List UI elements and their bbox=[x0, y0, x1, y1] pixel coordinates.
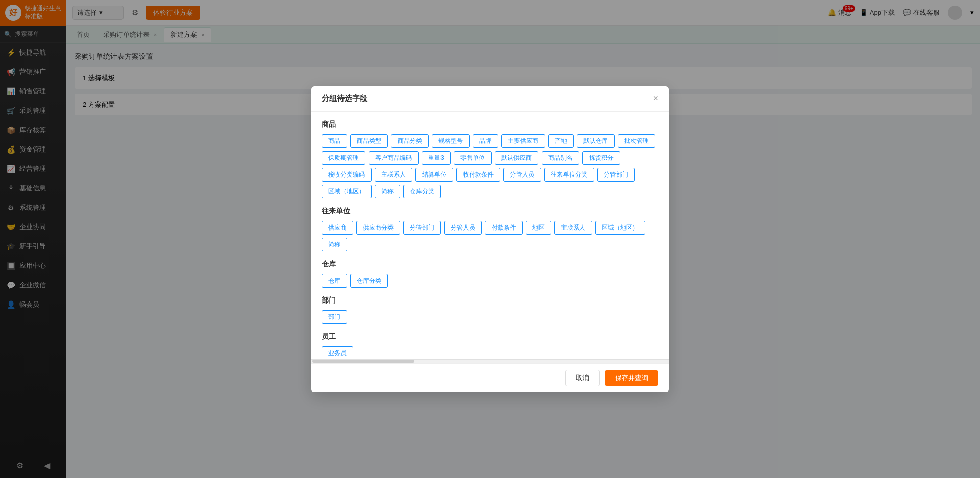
field-tag[interactable]: 业务员 bbox=[322, 346, 353, 359]
section-title-warehouse: 仓库 bbox=[322, 260, 658, 269]
field-tag[interactable]: 重量3 bbox=[422, 151, 451, 165]
field-tag[interactable]: 分管人员 bbox=[503, 168, 541, 182]
field-tag[interactable]: 主联系人 bbox=[554, 221, 592, 235]
section-product: 商品商品商品类型商品分类规格型号品牌主要供应商产地默认仓库批次管理保质期管理客户… bbox=[322, 120, 658, 198]
field-grid-warehouse: 仓库仓库分类 bbox=[322, 274, 658, 288]
modal-title: 分组待选字段 bbox=[322, 94, 368, 104]
field-tag[interactable]: 商品分类 bbox=[391, 134, 429, 148]
section-warehouse: 仓库仓库仓库分类 bbox=[322, 260, 658, 288]
field-tag[interactable]: 规格型号 bbox=[432, 134, 470, 148]
field-tag[interactable]: 分管人员 bbox=[444, 221, 482, 235]
field-tag[interactable]: 仓库分类 bbox=[403, 185, 441, 198]
modal-overlay: 分组待选字段 × 商品商品商品类型商品分类规格型号品牌主要供应商产地默认仓库批次… bbox=[0, 0, 980, 478]
section-partner: 往来单位供应商供应商分类分管部门分管人员付款条件地区主联系人区域（地区）简称 bbox=[322, 207, 658, 251]
modal: 分组待选字段 × 商品商品商品类型商品分类规格型号品牌主要供应商产地默认仓库批次… bbox=[311, 86, 669, 392]
field-tag[interactable]: 产地 bbox=[548, 134, 574, 148]
field-tag[interactable]: 保质期管理 bbox=[322, 151, 365, 165]
section-title-product: 商品 bbox=[322, 120, 658, 129]
field-tag[interactable]: 收付款条件 bbox=[456, 168, 500, 182]
field-tag[interactable]: 商品别名 bbox=[542, 151, 579, 165]
field-tag[interactable]: 客户商品编码 bbox=[369, 151, 419, 165]
field-tag[interactable]: 品牌 bbox=[473, 134, 498, 148]
field-tag[interactable]: 区域（地区） bbox=[595, 221, 645, 235]
confirm-button[interactable]: 保存并查询 bbox=[605, 370, 658, 386]
field-grid-department: 部门 bbox=[322, 310, 658, 324]
cancel-button[interactable]: 取消 bbox=[565, 370, 600, 386]
field-tag[interactable]: 税收分类编码 bbox=[322, 168, 372, 182]
field-tag[interactable]: 区域（地区） bbox=[322, 185, 372, 198]
field-tag[interactable]: 供应商分类 bbox=[356, 221, 400, 235]
section-title-partner: 往来单位 bbox=[322, 207, 658, 216]
field-tag[interactable]: 供应商 bbox=[322, 221, 353, 235]
field-tag[interactable]: 默认供应商 bbox=[495, 151, 538, 165]
field-tag[interactable]: 简称 bbox=[322, 238, 347, 251]
field-tag[interactable]: 仓库分类 bbox=[350, 274, 388, 288]
field-tag[interactable]: 主要供应商 bbox=[501, 134, 545, 148]
hscroll-thumb bbox=[312, 360, 414, 363]
field-tag[interactable]: 简称 bbox=[375, 185, 400, 198]
field-tag[interactable]: 商品 bbox=[322, 134, 347, 148]
field-tag[interactable]: 分管部门 bbox=[403, 221, 441, 235]
field-grid-employee: 业务员 bbox=[322, 346, 658, 359]
field-tag[interactable]: 结算单位 bbox=[415, 168, 453, 182]
field-tag[interactable]: 商品类型 bbox=[350, 134, 388, 148]
field-tag[interactable]: 地区 bbox=[526, 221, 551, 235]
section-employee: 员工业务员 bbox=[322, 332, 658, 359]
modal-body[interactable]: 商品商品商品类型商品分类规格型号品牌主要供应商产地默认仓库批次管理保质期管理客户… bbox=[311, 112, 669, 359]
field-tag[interactable]: 部门 bbox=[322, 310, 347, 324]
section-department: 部门部门 bbox=[322, 296, 658, 324]
field-tag[interactable]: 分管部门 bbox=[597, 168, 635, 182]
modal-hscroll[interactable] bbox=[311, 359, 669, 363]
modal-header: 分组待选字段 × bbox=[311, 86, 669, 112]
field-grid-partner: 供应商供应商分类分管部门分管人员付款条件地区主联系人区域（地区）简称 bbox=[322, 221, 658, 251]
field-grid-product: 商品商品类型商品分类规格型号品牌主要供应商产地默认仓库批次管理保质期管理客户商品… bbox=[322, 134, 658, 198]
field-tag[interactable]: 主联系人 bbox=[375, 168, 412, 182]
modal-close-button[interactable]: × bbox=[653, 93, 658, 104]
field-tag[interactable]: 默认仓库 bbox=[577, 134, 615, 148]
field-tag[interactable]: 零售单位 bbox=[454, 151, 492, 165]
field-tag[interactable]: 批次管理 bbox=[618, 134, 655, 148]
field-tag[interactable]: 付款条件 bbox=[485, 221, 523, 235]
field-tag[interactable]: 拣货积分 bbox=[582, 151, 620, 165]
section-title-employee: 员工 bbox=[322, 332, 658, 341]
section-title-department: 部门 bbox=[322, 296, 658, 305]
field-tag[interactable]: 仓库 bbox=[322, 274, 347, 288]
modal-footer: 取消 保存并查询 bbox=[311, 363, 669, 392]
field-tag[interactable]: 往来单位分类 bbox=[544, 168, 594, 182]
